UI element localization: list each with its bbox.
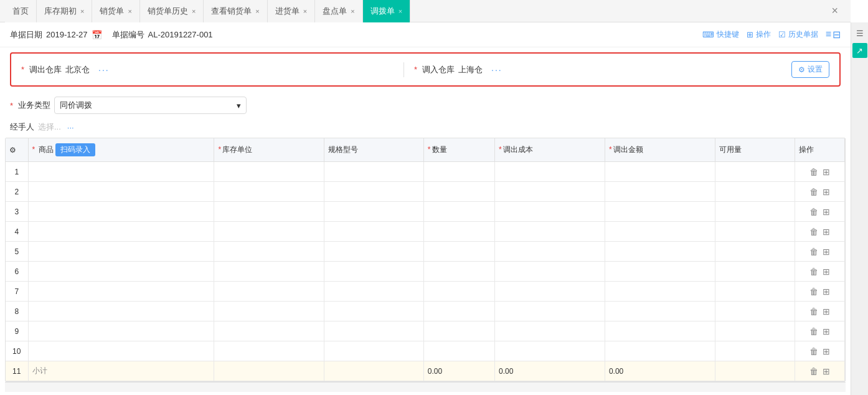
delete-icon[interactable]: 🗑	[809, 326, 818, 336]
spec-cell[interactable]	[324, 262, 423, 282]
copy-icon[interactable]: ⊞	[823, 287, 830, 297]
out-warehouse-dots[interactable]: ···	[98, 65, 110, 75]
tab-home[interactable]: 首页	[5, 0, 37, 22]
amount-cell[interactable]	[605, 302, 715, 321]
spec-cell[interactable]	[324, 182, 423, 202]
cost-cell[interactable]	[495, 302, 605, 321]
view-toggle[interactable]: ≡ ⊟	[826, 29, 841, 40]
unit-cell[interactable]	[214, 202, 324, 222]
cost-cell[interactable]	[495, 162, 605, 182]
cost-cell[interactable]	[495, 222, 605, 242]
copy-icon[interactable]: ⊞	[823, 346, 830, 356]
quantity-cell[interactable]	[423, 202, 494, 222]
product-cell[interactable]	[28, 341, 214, 361]
product-cell[interactable]	[28, 182, 214, 202]
operator-input[interactable]: 选择...	[38, 121, 61, 133]
sidebar-list-icon[interactable]: ☰	[852, 26, 867, 40]
amount-cell[interactable]	[605, 282, 715, 302]
delete-icon[interactable]: 🗑	[809, 167, 818, 177]
close-transfer-order[interactable]: ×	[399, 7, 402, 15]
product-cell[interactable]	[28, 202, 214, 222]
grid-view-icon[interactable]: ⊟	[833, 29, 841, 40]
delete-icon[interactable]: 🗑	[809, 227, 818, 237]
copy-icon[interactable]: ⊞	[823, 187, 830, 197]
amount-cell[interactable]	[605, 202, 715, 222]
close-inventory-init[interactable]: ×	[80, 7, 84, 15]
copy-icon[interactable]: ⊞	[823, 167, 830, 177]
history-action[interactable]: ☑ 历史单据	[778, 29, 818, 40]
product-cell[interactable]	[28, 222, 214, 242]
product-cell[interactable]	[28, 242, 214, 262]
cost-cell[interactable]	[495, 341, 605, 361]
product-cell[interactable]	[28, 302, 214, 321]
delete-icon[interactable]: 🗑	[809, 247, 818, 257]
business-type-select[interactable]: 同价调拨 ▾	[54, 97, 247, 114]
spec-cell[interactable]	[324, 282, 423, 302]
quantity-cell[interactable]	[423, 302, 494, 321]
quantity-cell[interactable]	[423, 182, 494, 202]
scroll-area[interactable]	[5, 382, 846, 392]
window-close-button[interactable]: ×	[824, 4, 846, 17]
unit-cell[interactable]	[214, 262, 324, 282]
product-cell[interactable]	[28, 162, 214, 182]
product-cell[interactable]	[28, 262, 214, 282]
unit-cell[interactable]	[214, 282, 324, 302]
quantity-cell[interactable]	[423, 262, 494, 282]
copy-icon[interactable]: ⊞	[823, 366, 830, 376]
quantity-cell[interactable]	[423, 242, 494, 262]
amount-cell[interactable]	[605, 242, 715, 262]
spec-cell[interactable]	[324, 302, 423, 321]
settings-gear-button[interactable]: ⚙ 设置	[791, 61, 829, 78]
spec-cell[interactable]	[324, 321, 423, 341]
shortcut-action[interactable]: ⌨ 快捷键	[702, 29, 739, 40]
amount-cell[interactable]	[605, 321, 715, 341]
cost-cell[interactable]	[495, 202, 605, 222]
list-view-icon[interactable]: ≡	[826, 29, 831, 40]
delete-icon[interactable]: 🗑	[809, 287, 818, 297]
unit-cell[interactable]	[214, 222, 324, 242]
operations-action[interactable]: ⊞ 操作	[747, 29, 771, 40]
tab-sales-history[interactable]: 销货单历史 ×	[140, 0, 204, 22]
copy-icon[interactable]: ⊞	[823, 247, 830, 257]
delete-icon[interactable]: 🗑	[809, 187, 818, 197]
tab-inventory-init[interactable]: 库存期初 ×	[37, 0, 92, 22]
delete-icon[interactable]: 🗑	[809, 307, 818, 316]
amount-cell[interactable]	[605, 182, 715, 202]
tab-view-sales[interactable]: 查看销货单 ×	[204, 0, 267, 22]
spec-cell[interactable]	[324, 162, 423, 182]
amount-cell[interactable]	[605, 222, 715, 242]
spec-cell[interactable]	[324, 242, 423, 262]
copy-icon[interactable]: ⊞	[823, 227, 830, 237]
product-cell[interactable]	[28, 282, 214, 302]
unit-cell[interactable]	[214, 302, 324, 321]
close-sales-history[interactable]: ×	[192, 7, 196, 15]
unit-cell[interactable]	[214, 162, 324, 182]
close-inventory-check[interactable]: ×	[351, 7, 354, 15]
unit-cell[interactable]	[214, 242, 324, 262]
th-gear[interactable]: ⚙	[6, 138, 28, 162]
delete-icon[interactable]: 🗑	[809, 366, 818, 376]
tab-sales-order[interactable]: 销货单 ×	[92, 0, 139, 22]
spec-cell[interactable]	[324, 341, 423, 361]
quantity-cell[interactable]	[423, 321, 494, 341]
copy-icon[interactable]: ⊞	[823, 207, 830, 217]
tab-inventory-check[interactable]: 盘点单 ×	[315, 0, 362, 22]
close-sales-order[interactable]: ×	[128, 7, 131, 15]
calendar-icon[interactable]: 📅	[92, 30, 102, 40]
cost-cell[interactable]	[495, 321, 605, 341]
close-purchase-order[interactable]: ×	[303, 7, 307, 15]
cost-cell[interactable]	[495, 262, 605, 282]
delete-icon[interactable]: 🗑	[809, 207, 818, 217]
product-cell[interactable]	[28, 321, 214, 341]
spec-cell[interactable]	[324, 222, 423, 242]
copy-icon[interactable]: ⊞	[823, 326, 830, 336]
tab-purchase-order[interactable]: 进货单 ×	[268, 0, 315, 22]
delete-icon[interactable]: 🗑	[809, 267, 818, 277]
amount-cell[interactable]	[605, 341, 715, 361]
quantity-cell[interactable]	[423, 282, 494, 302]
operator-dots[interactable]: ···	[67, 123, 74, 132]
tab-transfer-order[interactable]: 调拨单 ×	[363, 0, 410, 22]
amount-cell[interactable]	[605, 262, 715, 282]
quantity-cell[interactable]	[423, 341, 494, 361]
copy-icon[interactable]: ⊞	[823, 267, 830, 277]
